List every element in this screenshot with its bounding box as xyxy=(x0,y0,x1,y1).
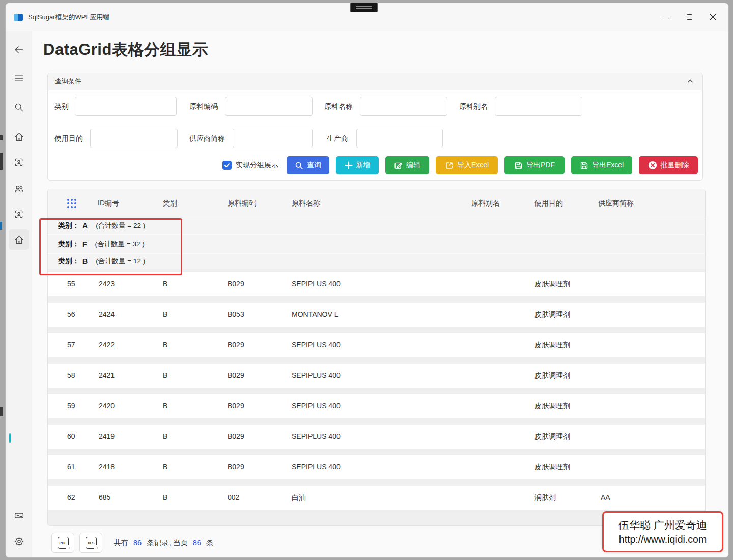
pdf-icon-label: PDF xyxy=(60,541,67,545)
group-row-b[interactable]: 类别： B (合计数量 = 12 ) xyxy=(48,254,705,272)
column-header-alias[interactable]: 原料别名 xyxy=(471,189,500,217)
desktop-artifact xyxy=(0,222,2,230)
maximize-icon xyxy=(687,14,692,20)
group-key: F xyxy=(82,240,87,248)
query-button-label: 查询 xyxy=(307,161,321,170)
table-row[interactable]: 56 2424 B B053 MONTANOV L 皮肤调理剂 xyxy=(48,303,705,327)
page-count: 86 xyxy=(193,539,201,547)
cell-category: B xyxy=(163,486,167,510)
batch-delete-button[interactable]: 批量删除 xyxy=(639,156,698,174)
group-count: (合计数量 = 22 ) xyxy=(96,221,145,230)
sidebar-home-active-button[interactable] xyxy=(9,229,29,250)
watermark-author: 伍华聪 广州爱奇迪 xyxy=(618,518,707,533)
capture-toolbar-handle[interactable] xyxy=(350,3,378,12)
table-row[interactable]: 60 2419 B B029 SEPIPLUS 400 皮肤调理剂 xyxy=(48,425,705,449)
export-pdf-button-label: 导出PDF xyxy=(526,161,555,170)
query-panel: 查询条件 类别 原料编码 原料名称 原料别名 使用目的 供应商简称 生产商 xyxy=(47,73,703,181)
watermark-badge: 伍华聪 广州爱奇迪 http://www.iqidi.com xyxy=(602,511,723,552)
export-pdf-quick-button[interactable]: PDF→ xyxy=(51,533,74,553)
batch-delete-button-label: 批量删除 xyxy=(661,161,689,170)
sidebar-home-button[interactable] xyxy=(9,127,29,147)
sidebar-settings-button[interactable] xyxy=(9,531,29,551)
material-alias-input[interactable] xyxy=(495,97,582,116)
group-row-f[interactable]: 类别： F (合计数量 = 32 ) xyxy=(48,235,705,254)
grid-header: ID编号 类别 原料编码 原料名称 原料别名 使用目的 供应商简称 xyxy=(48,189,705,217)
sidebar-search-button[interactable] xyxy=(9,97,29,117)
sidebar-scan-person-button-2[interactable] xyxy=(9,204,29,224)
query-button[interactable]: 查询 xyxy=(287,156,329,174)
minimize-button[interactable] xyxy=(654,3,678,31)
import-icon xyxy=(445,161,454,170)
window-title: SqlSugar框架的WPF应用端 xyxy=(28,13,109,22)
sidebar-scan-person-button[interactable] xyxy=(9,152,29,172)
supplier-input[interactable] xyxy=(233,129,313,148)
column-header-code[interactable]: 原料编码 xyxy=(228,189,256,217)
cell-code: B029 xyxy=(228,394,244,418)
chevron-up-icon[interactable] xyxy=(686,77,694,85)
group-count: (合计数量 = 32 ) xyxy=(95,240,145,249)
manufacturer-input[interactable] xyxy=(356,129,443,148)
grid-drag-icon[interactable] xyxy=(67,199,76,208)
sidebar xyxy=(6,31,32,557)
column-header-supplier[interactable]: 供应商简称 xyxy=(598,189,634,217)
field-label-purpose: 使用目的 xyxy=(54,129,83,148)
table-row[interactable]: 55 2423 B B029 SEPIPLUS 400 皮肤调理剂 xyxy=(48,272,705,296)
column-header-name[interactable]: 原料名称 xyxy=(292,189,320,217)
back-button[interactable] xyxy=(9,40,29,60)
app-window: SqlSugar框架的WPF应用端 xyxy=(5,3,729,558)
column-header-id[interactable]: ID编号 xyxy=(98,189,119,217)
records-label: 条记录, 当页 xyxy=(147,539,188,547)
material-name-input[interactable] xyxy=(360,97,447,116)
group-key: A xyxy=(82,222,88,230)
category-input[interactable] xyxy=(75,97,177,116)
export-pdf-button[interactable]: 导出PDF xyxy=(504,156,565,174)
column-header-purpose[interactable]: 使用目的 xyxy=(534,189,563,217)
query-panel-header: 查询条件 xyxy=(48,73,702,90)
table-row[interactable]: 58 2421 B B029 SEPIPLUS 400 皮肤调理剂 xyxy=(48,364,705,388)
sidebar-users-button[interactable] xyxy=(9,179,29,199)
cell-purpose: 皮肤调理剂 xyxy=(534,272,570,296)
x-circle-icon xyxy=(648,161,657,170)
save-disk-icon xyxy=(580,161,588,170)
group-row-a[interactable]: 类别： A (合计数量 = 22 ) xyxy=(48,217,705,235)
cell-id: 2424 xyxy=(99,303,115,327)
add-button[interactable]: 新增 xyxy=(336,156,379,174)
cell-id: 2419 xyxy=(99,425,115,449)
edit-button-label: 编辑 xyxy=(406,161,420,170)
table-row[interactable]: 59 2420 B B029 SEPIPLUS 400 皮肤调理剂 xyxy=(48,394,705,418)
search-icon xyxy=(295,161,303,170)
column-header-category[interactable]: 类别 xyxy=(163,189,177,217)
export-xls-quick-button[interactable]: XLS→ xyxy=(79,533,102,553)
close-button[interactable] xyxy=(701,3,724,31)
table-row[interactable]: 61 2418 B B029 SEPIPLUS 400 皮肤调理剂 xyxy=(48,455,705,479)
group-display-label[interactable]: 实现分组展示 xyxy=(236,161,278,170)
cell-code: B029 xyxy=(228,455,244,479)
edit-button[interactable]: 编辑 xyxy=(385,156,429,174)
cell-category: B xyxy=(163,455,167,479)
cell-supplier: AA xyxy=(601,486,610,510)
export-excel-button[interactable]: 导出Excel xyxy=(571,156,632,174)
cell-category: B xyxy=(163,303,167,327)
cell-purpose: 润肤剂 xyxy=(534,486,556,510)
sidebar-console-button[interactable] xyxy=(9,505,29,525)
close-icon xyxy=(710,14,716,20)
purpose-input[interactable] xyxy=(90,129,178,148)
desktop-artifact xyxy=(0,135,3,140)
table-row[interactable]: 57 2422 B B029 SEPIPLUS 400 皮肤调理剂 xyxy=(48,333,705,357)
group-label: 类别： xyxy=(58,240,79,249)
cell-name: SEPIPLUS 400 xyxy=(292,364,341,388)
field-label-manufacturer: 生产商 xyxy=(327,129,348,148)
table-row[interactable]: 62 685 B 002 白油 润肤剂 AA xyxy=(48,486,705,510)
menu-button[interactable] xyxy=(9,68,29,89)
import-excel-button[interactable]: 导入Excel xyxy=(436,156,498,174)
cell-row-number: 58 xyxy=(67,364,75,388)
material-code-input[interactable] xyxy=(225,97,313,116)
group-display-checkbox[interactable] xyxy=(222,161,232,170)
data-grid: ID编号 类别 原料编码 原料名称 原料别名 使用目的 供应商简称 类别： A … xyxy=(47,189,706,526)
plus-icon xyxy=(345,161,353,169)
import-excel-button-label: 导入Excel xyxy=(457,161,489,170)
watermark-url: http://www.iqidi.com xyxy=(619,534,707,545)
maximize-button[interactable] xyxy=(678,3,701,31)
cell-name: 白油 xyxy=(292,486,306,510)
cell-code: B029 xyxy=(228,425,244,449)
